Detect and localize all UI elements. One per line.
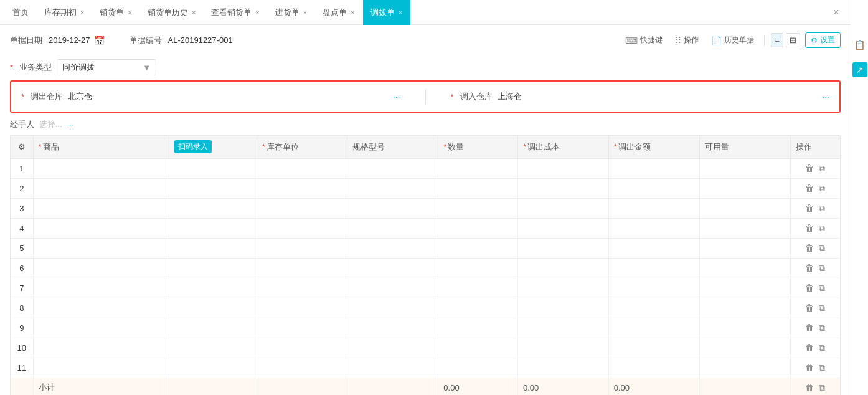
tab-close-purchase[interactable]: × bbox=[303, 9, 307, 16]
row-spec-10[interactable] bbox=[347, 338, 438, 358]
row-cost-10[interactable] bbox=[517, 338, 608, 358]
copy-icon-7[interactable]: ⧉ bbox=[819, 283, 825, 293]
row-amount-8[interactable] bbox=[608, 298, 699, 318]
row-unit-8[interactable] bbox=[257, 298, 347, 318]
tab-close-opening[interactable]: × bbox=[80, 9, 84, 16]
row-cost-4[interactable] bbox=[517, 218, 608, 238]
row-product-8[interactable] bbox=[33, 298, 169, 318]
row-unit-2[interactable] bbox=[257, 178, 347, 198]
tab-transfer[interactable]: 调拨单 × bbox=[363, 0, 410, 25]
row-product-5[interactable] bbox=[33, 238, 169, 258]
tab-purchase[interactable]: 进货单 × bbox=[268, 0, 315, 25]
warehouse-out-more-icon[interactable]: ··· bbox=[393, 92, 400, 102]
row-product-4[interactable] bbox=[33, 218, 169, 238]
row-cost-1[interactable] bbox=[517, 158, 608, 178]
row-amount-3[interactable] bbox=[608, 198, 699, 218]
row-cost-2[interactable] bbox=[517, 178, 608, 198]
operations-button[interactable]: ⠿ 操作 bbox=[671, 34, 702, 47]
row-cost-8[interactable] bbox=[517, 298, 608, 318]
tab-close-inventory[interactable]: × bbox=[351, 9, 354, 16]
row-amount-1[interactable] bbox=[608, 158, 699, 178]
row-unit-3[interactable] bbox=[257, 198, 347, 218]
row-unit-10[interactable] bbox=[257, 338, 347, 358]
row-spec-4[interactable] bbox=[347, 218, 438, 238]
row-unit-9[interactable] bbox=[257, 318, 347, 338]
warehouse-in-value[interactable]: 上海仓 bbox=[498, 91, 522, 102]
row-amount-10[interactable] bbox=[608, 338, 699, 358]
row-amount-7[interactable] bbox=[608, 278, 699, 298]
sidebar-expand-icon[interactable]: ↗ bbox=[852, 62, 867, 77]
copy-icon-3[interactable]: ⧉ bbox=[819, 203, 825, 214]
delete-icon-4[interactable]: 🗑 bbox=[805, 223, 814, 233]
delete-icon-5[interactable]: 🗑 bbox=[805, 243, 814, 253]
row-unit-11[interactable] bbox=[257, 358, 347, 378]
copy-icon-9[interactable]: ⧉ bbox=[819, 323, 825, 333]
tab-home[interactable]: 首页 bbox=[5, 0, 37, 25]
copy-icon-2[interactable]: ⧉ bbox=[819, 183, 825, 194]
row-amount-5[interactable] bbox=[608, 238, 699, 258]
row-qty-10[interactable] bbox=[438, 338, 518, 358]
row-spec-5[interactable] bbox=[347, 238, 438, 258]
row-product-1[interactable] bbox=[33, 158, 169, 178]
row-cost-5[interactable] bbox=[517, 238, 608, 258]
history-button[interactable]: 📄 历史单据 bbox=[707, 34, 758, 47]
delete-icon-2[interactable]: 🗑 bbox=[805, 183, 814, 193]
copy-icon-11[interactable]: ⧉ bbox=[819, 363, 825, 373]
row-spec-6[interactable] bbox=[347, 258, 438, 278]
row-product-9[interactable] bbox=[33, 318, 169, 338]
row-amount-4[interactable] bbox=[608, 218, 699, 238]
row-spec-2[interactable] bbox=[347, 178, 438, 198]
row-spec-7[interactable] bbox=[347, 278, 438, 298]
row-amount-6[interactable] bbox=[608, 258, 699, 278]
row-spec-8[interactable] bbox=[347, 298, 438, 318]
row-product-7[interactable] bbox=[33, 278, 169, 298]
delete-icon-6[interactable]: 🗑 bbox=[805, 263, 814, 273]
row-cost-11[interactable] bbox=[517, 358, 608, 378]
row-amount-11[interactable] bbox=[608, 358, 699, 378]
row-qty-7[interactable] bbox=[438, 278, 518, 298]
layout-grid-icon[interactable]: ⊞ bbox=[786, 33, 800, 47]
row-unit-1[interactable] bbox=[257, 158, 347, 178]
copy-icon-5[interactable]: ⧉ bbox=[819, 243, 825, 254]
tab-close-sales[interactable]: × bbox=[128, 9, 131, 16]
tab-opening[interactable]: 库存期初 × bbox=[37, 0, 92, 25]
row-qty-3[interactable] bbox=[438, 198, 518, 218]
row-amount-9[interactable] bbox=[608, 318, 699, 338]
row-unit-4[interactable] bbox=[257, 218, 347, 238]
calendar-icon[interactable]: 📅 bbox=[94, 36, 105, 45]
row-spec-9[interactable] bbox=[347, 318, 438, 338]
row-product-10[interactable] bbox=[33, 338, 169, 358]
row-cost-6[interactable] bbox=[517, 258, 608, 278]
delete-icon-3[interactable]: 🗑 bbox=[805, 203, 814, 213]
row-product-3[interactable] bbox=[33, 198, 169, 218]
close-all-button[interactable]: × bbox=[827, 0, 846, 25]
copy-icon-6[interactable]: ⧉ bbox=[819, 263, 825, 274]
row-qty-2[interactable] bbox=[438, 178, 518, 198]
tab-close-sales-history[interactable]: × bbox=[192, 9, 196, 16]
tab-sales-history[interactable]: 销货单历史 × bbox=[140, 0, 204, 25]
copy-icon-10[interactable]: ⧉ bbox=[819, 343, 825, 353]
row-unit-7[interactable] bbox=[257, 278, 347, 298]
business-type-select[interactable]: 同价调拨 ▼ bbox=[57, 59, 156, 75]
row-product-11[interactable] bbox=[33, 358, 169, 378]
warehouse-out-value[interactable]: 北京仓 bbox=[68, 91, 92, 102]
shortcuts-button[interactable]: ⌨ 快捷键 bbox=[621, 34, 666, 47]
delete-icon-10[interactable]: 🗑 bbox=[805, 343, 814, 353]
row-amount-2[interactable] bbox=[608, 178, 699, 198]
row-qty-6[interactable] bbox=[438, 258, 518, 278]
delete-icon-11[interactable]: 🗑 bbox=[805, 363, 814, 373]
row-qty-5[interactable] bbox=[438, 238, 518, 258]
copy-icon-4[interactable]: ⧉ bbox=[819, 223, 825, 234]
sidebar-list-icon[interactable]: 📋 bbox=[852, 37, 867, 52]
row-qty-11[interactable] bbox=[438, 358, 518, 378]
row-product-6[interactable] bbox=[33, 258, 169, 278]
row-unit-6[interactable] bbox=[257, 258, 347, 278]
copy-icon-8[interactable]: ⧉ bbox=[819, 303, 825, 313]
settings-button[interactable]: ⚙ 设置 bbox=[805, 32, 841, 48]
tab-inventory[interactable]: 盘点单 × bbox=[315, 0, 362, 25]
col-settings[interactable]: ⚙ bbox=[11, 136, 33, 158]
row-cost-9[interactable] bbox=[517, 318, 608, 338]
row-qty-1[interactable] bbox=[438, 158, 518, 178]
row-unit-5[interactable] bbox=[257, 238, 347, 258]
row-spec-3[interactable] bbox=[347, 198, 438, 218]
